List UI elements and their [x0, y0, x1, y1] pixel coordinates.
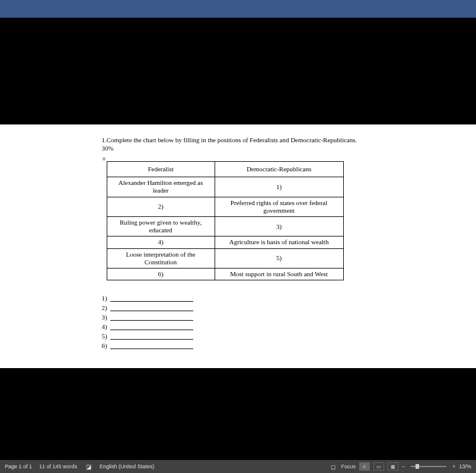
- answer-blank[interactable]: [110, 342, 193, 349]
- cell[interactable]: Ruling power given to wealthy, educated: [107, 216, 215, 236]
- table-row: 6) Most support in rural South and West: [107, 268, 343, 280]
- cell[interactable]: Most support in rural South and West: [215, 268, 343, 280]
- page-content[interactable]: 1.Complete the chart below by filling in…: [102, 136, 375, 362]
- answer-number: 5): [102, 333, 110, 340]
- answer-number: 2): [102, 304, 110, 311]
- answer-blank[interactable]: [110, 304, 193, 311]
- status-right: ◻ Focus ≡ ▭ ▦ − + 13/%: [329, 462, 471, 471]
- bottom-area: [0, 368, 476, 460]
- focus-icon[interactable]: ◻: [329, 462, 337, 471]
- question-percent: 30%: [102, 145, 375, 152]
- zoom-in-button[interactable]: +: [452, 464, 455, 469]
- status-left: Page 1 of 1 11 of 145 words ◪ English (U…: [5, 462, 154, 471]
- zoom-level[interactable]: 13/%: [459, 464, 471, 469]
- table-header-row: Federalist Democratic-Republicans: [107, 162, 343, 177]
- table-row: Alexander Hamilton emerged as leader 1): [107, 177, 343, 197]
- table-move-handle[interactable]: ✥: [102, 156, 108, 162]
- cell[interactable]: 3): [215, 216, 343, 236]
- answer-lines: 1) 2) 3) 4) 5) 6): [102, 292, 375, 349]
- table-row: 2) Preferred rights of states over feder…: [107, 197, 343, 216]
- answer-blank[interactable]: [110, 295, 193, 302]
- focus-label[interactable]: Focus: [341, 464, 356, 469]
- word-count[interactable]: 11 of 145 words: [39, 464, 77, 469]
- answer-line[interactable]: 1): [102, 292, 375, 302]
- answer-line[interactable]: 5): [102, 330, 375, 340]
- cell[interactable]: Preferred rights of states over federal …: [215, 197, 343, 216]
- question-instruction: 1.Complete the chart below by filling in…: [102, 136, 375, 143]
- ribbon-area: [0, 18, 476, 124]
- title-bar: [0, 0, 476, 18]
- read-mode-button[interactable]: ≡: [359, 462, 370, 471]
- answer-blank[interactable]: [110, 323, 193, 330]
- table-container: ✥ Federalist Democratic-Republicans Alex…: [107, 161, 375, 280]
- document-area[interactable]: 1.Complete the chart below by filling in…: [0, 124, 476, 368]
- answer-number: 6): [102, 342, 110, 349]
- answer-line[interactable]: 4): [102, 321, 375, 330]
- proofing-icon[interactable]: ◪: [84, 462, 92, 471]
- cell[interactable]: 6): [107, 268, 215, 280]
- table-row: 4) Agriculture is basis of national weal…: [107, 237, 343, 248]
- cell[interactable]: Agriculture is basis of national wealth: [215, 237, 343, 248]
- print-layout-button[interactable]: ▭: [373, 462, 384, 471]
- answer-number: 1): [102, 295, 110, 302]
- answer-blank[interactable]: [110, 314, 193, 321]
- cell[interactable]: Alexander Hamilton emerged as leader: [107, 177, 215, 197]
- page-indicator[interactable]: Page 1 of 1: [5, 464, 32, 469]
- answer-blank[interactable]: [110, 333, 193, 340]
- cell[interactable]: 2): [107, 197, 215, 216]
- web-layout-button[interactable]: ▦: [388, 462, 398, 471]
- cell[interactable]: 4): [107, 237, 215, 248]
- table-row: Ruling power given to wealthy, educated …: [107, 216, 343, 236]
- zoom-thumb[interactable]: [416, 464, 419, 469]
- cell[interactable]: Loose interpretation of the Constitution: [107, 248, 215, 268]
- cell[interactable]: 1): [215, 177, 343, 197]
- answer-number: 4): [102, 323, 110, 330]
- cell[interactable]: 5): [215, 248, 343, 268]
- header-federalist: Federalist: [107, 162, 215, 177]
- answer-line[interactable]: 6): [102, 340, 375, 349]
- zoom-out-button[interactable]: −: [402, 464, 405, 469]
- answer-line[interactable]: 3): [102, 311, 375, 321]
- language-indicator[interactable]: English (United States): [100, 464, 154, 469]
- answer-line[interactable]: 2): [102, 302, 375, 311]
- status-bar: Page 1 of 1 11 of 145 words ◪ English (U…: [0, 460, 476, 473]
- comparison-table[interactable]: Federalist Democratic-Republicans Alexan…: [107, 161, 344, 280]
- answer-number: 3): [102, 314, 110, 321]
- header-democratic: Democratic-Republicans: [215, 162, 343, 177]
- zoom-slider[interactable]: [411, 466, 446, 467]
- table-row: Loose interpretation of the Constitution…: [107, 248, 343, 268]
